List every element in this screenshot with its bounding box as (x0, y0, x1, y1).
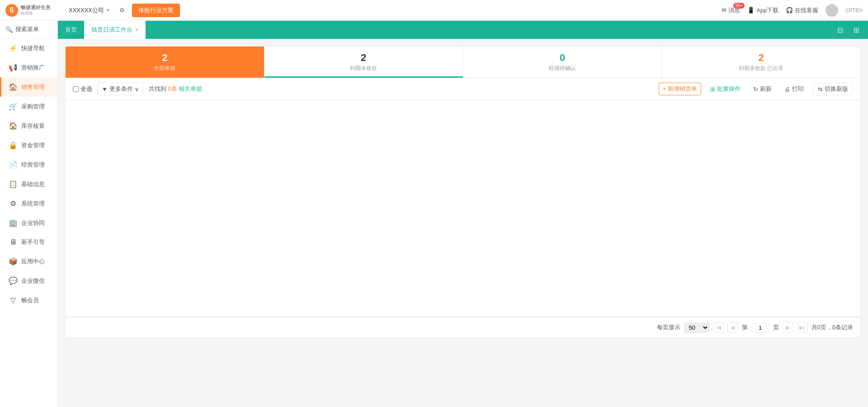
print-button[interactable]: 🖨 打印 (781, 83, 807, 95)
sidebar-item-operations[interactable]: 📄 经营管理 (0, 155, 57, 174)
top-header: 6 畅捷通好生意 标准版 XXXXXX公司 ▼ ⚙ 体验行业方案 ✉ 消息 99… (0, 0, 868, 21)
status-card-pending[interactable]: 0 旺辅待确认 (463, 47, 662, 78)
status-cards: 2 全部单据 2 到期未收款 0 旺辅待确认 2 到期未收款 已出库 (65, 46, 861, 78)
message-button[interactable]: ✉ 消息 99+ (722, 6, 740, 14)
tab-daily-cash[interactable]: 钱货日清工作台 × (84, 21, 146, 39)
sidebar-item-marketing[interactable]: 📢 营销推广 (0, 58, 57, 77)
switch-label: 切换新版 (825, 85, 848, 93)
select-all-checkbox[interactable] (73, 86, 79, 92)
tab-label: 钱货日清工作台 (91, 26, 132, 34)
prev-page-button[interactable]: ◀ (727, 322, 738, 333)
total-label: 共0页，0条记录 (811, 323, 853, 332)
sidebar-item-purchase[interactable]: 🛒 采购管理 (0, 97, 57, 116)
switch-version-button[interactable]: ⇆ 切换新版 (813, 83, 853, 95)
filter-button[interactable]: ▼ 更多条件 ∨ (98, 83, 143, 95)
service-label: 在线客服 (795, 6, 818, 14)
related-label[interactable]: 相关单据 (179, 85, 202, 92)
app-download-label: App下载 (756, 6, 778, 14)
sidebar-item-member[interactable]: ▽ 畅会员 (0, 290, 57, 310)
sidebar-item-basic-info[interactable]: 📋 基础信息 (0, 174, 57, 194)
online-service-button[interactable]: 🎧 在线客服 (786, 6, 818, 14)
sidebar-item-label: 系统管理 (21, 200, 45, 208)
found-prefix: 共找到 (149, 85, 166, 92)
logo-name: 畅捷通好生意 (21, 4, 51, 10)
header-right: ✉ 消息 99+ 📱 App下载 🎧 在线客服 OfTEn (722, 4, 863, 17)
last-page-button[interactable]: ▶| (797, 322, 808, 333)
logo-area: 6 畅捷通好生意 标准版 (5, 4, 63, 17)
all-count: 2 (73, 52, 257, 64)
app-icon: 📱 (747, 7, 755, 14)
select-all-area[interactable]: 全选 (73, 85, 92, 93)
operations-icon: 📄 (9, 160, 18, 169)
status-card-overdue[interactable]: 2 到期未收款 (264, 47, 463, 78)
sidebar-item-inventory[interactable]: 🏠 库存核算 (0, 116, 57, 136)
sidebar-item-capital[interactable]: 🔒 资金管理 (0, 136, 57, 155)
add-order-button[interactable]: + 新增销货单 (659, 83, 701, 95)
member-icon: ▽ (9, 296, 18, 304)
tab-home[interactable]: 首页 (58, 21, 84, 39)
table-area (65, 100, 861, 317)
message-icon: ✉ (722, 7, 726, 14)
marketing-icon: 📢 (9, 63, 18, 72)
sidebar-item-label: 经营管理 (21, 161, 45, 169)
inventory-icon: 🏠 (9, 122, 18, 130)
filter-label: 更多条件 (109, 85, 133, 93)
sidebar-item-guide[interactable]: 🖥 新手引导 (0, 233, 57, 252)
page-size-select[interactable]: 50 100 (684, 323, 709, 333)
company-selector[interactable]: XXXXXX公司 ▼ (63, 6, 116, 14)
system-icon: ⚙ (9, 199, 18, 208)
experience-button[interactable]: 体验行业方案 (132, 4, 180, 17)
filter-icon: ▼ (102, 86, 108, 93)
purchase-icon: 🛒 (9, 102, 18, 111)
app-download-button[interactable]: 📱 App下载 (747, 6, 778, 14)
logo-icon: 6 (5, 4, 18, 17)
logo-badge: 标准版 (21, 10, 51, 16)
sidebar-item-enterprise[interactable]: 🏢 企业协同 (0, 213, 57, 233)
page-size-label: 每页显示 (657, 323, 680, 332)
maximize-icon[interactable]: ⊞ (850, 23, 863, 36)
status-card-all[interactable]: 2 全部单据 (66, 47, 264, 78)
next-page-button[interactable]: ▶ (783, 322, 793, 333)
sidebar-item-system[interactable]: ⚙ 系统管理 (0, 194, 57, 213)
settings-icon[interactable]: ⚙ (116, 4, 128, 17)
message-badge: 99+ (733, 3, 745, 9)
sidebar-item-label: 库存核算 (21, 122, 45, 130)
sidebar-item-label: 企业微信 (21, 277, 45, 285)
nav-right-icons: ⊟ ⊞ (834, 23, 868, 36)
sidebar-item-sales[interactable]: 🏠 销售管理 (0, 77, 57, 97)
minimize-icon[interactable]: ⊟ (834, 23, 846, 36)
service-icon: 🎧 (786, 7, 793, 14)
avatar[interactable] (826, 4, 838, 17)
toolbar: 全选 ▼ 更多条件 ∨ 共找到 0条 相关单据 + 新增销货单 ⊞ 批量操作 ↻… (65, 78, 861, 100)
sidebar-item-label: 应用中心 (21, 257, 45, 266)
found-count: 0条 (168, 85, 179, 92)
sidebar-item-label: 销售管理 (21, 83, 45, 91)
first-page-button[interactable]: |◀ (713, 322, 724, 333)
found-text: 共找到 0条 相关单据 (149, 85, 202, 93)
enterprise-icon: 🏢 (9, 219, 18, 227)
batch-icon: ⊞ (710, 86, 715, 93)
status-card-shipped[interactable]: 2 到期未收款 已出库 (662, 47, 860, 78)
select-all-label: 全选 (80, 85, 92, 93)
sidebar-item-wechat[interactable]: 💬 企业微信 (0, 271, 57, 290)
shipped-count: 2 (669, 52, 853, 64)
sidebar-item-quick-nav[interactable]: ⚡ 快捷导航 (0, 38, 57, 58)
refresh-button[interactable]: ↻ 刷新 (750, 83, 775, 95)
sales-icon: 🏠 (9, 83, 18, 91)
sidebar-item-label: 畅会员 (21, 296, 39, 304)
close-tab-icon[interactable]: × (135, 27, 138, 33)
sidebar-item-label: 营销推广 (21, 64, 45, 72)
sidebar-item-app-center[interactable]: 📦 应用中心 (0, 252, 57, 271)
sidebar-item-label: 企业协同 (21, 219, 45, 227)
batch-operation-button[interactable]: ⊞ 批量操作 (707, 83, 744, 95)
overdue-count: 2 (272, 52, 456, 64)
page-suffix: 页 (773, 323, 779, 332)
page-input[interactable] (751, 323, 769, 332)
sidebar-search[interactable]: 🔍 搜索菜单 (0, 21, 57, 38)
sidebar-item-label: 快捷导航 (21, 44, 45, 52)
refresh-label: 刷新 (760, 85, 772, 93)
overdue-label: 到期未收款 (272, 65, 456, 72)
shipped-label: 到期未收款 已出库 (669, 65, 853, 72)
pending-label: 旺辅待确认 (471, 65, 655, 72)
toolbar-right: + 新增销货单 ⊞ 批量操作 ↻ 刷新 🖨 打印 ⇆ 切换新版 (659, 83, 853, 95)
